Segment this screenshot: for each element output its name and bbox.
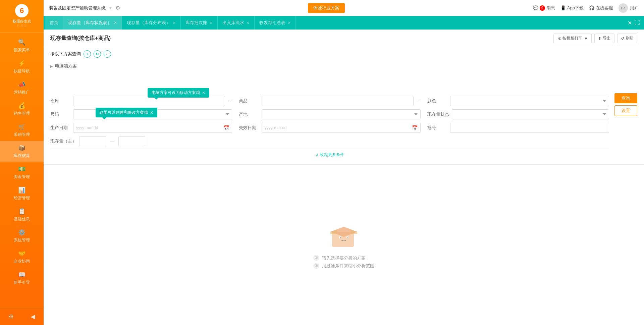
message-icon: 💬 bbox=[533, 5, 538, 10]
online-support-btn[interactable]: 🎧 在线客服 bbox=[589, 5, 613, 11]
chevron-right-icon: ▶ bbox=[50, 64, 53, 68]
sidebar-item-finance[interactable]: 💵 资金管理 bbox=[0, 162, 44, 183]
tab-close-flow[interactable]: ✕ bbox=[246, 20, 250, 25]
tab-home-label: 首页 bbox=[50, 20, 58, 26]
message-badge: 9 bbox=[540, 5, 545, 11]
origin-select[interactable] bbox=[262, 109, 421, 119]
refresh-label: 刷新 bbox=[626, 36, 634, 41]
collapse-sidebar-icon[interactable]: ◀ bbox=[29, 312, 37, 322]
page-actions: 🖨 按模板打印 ▼ ⬆ 导出 ↺ 刷新 bbox=[553, 34, 637, 43]
expire-date-input[interactable]: yyyy-mm-dd 📅 bbox=[262, 123, 421, 133]
sidebar-item-label: 资金管理 bbox=[14, 174, 30, 180]
product-dots[interactable]: ··· bbox=[416, 98, 421, 104]
tab-bar: 首页 现存量（库存状况表） ✕ 现存量（库存分布表） ✕ 库存批次账 ✕ 出入库… bbox=[44, 16, 644, 30]
tab-bar-right: ✕ ⛶ bbox=[628, 20, 643, 26]
page-content: 现存量查询(按仓库+商品) 🖨 按模板打印 ▼ ⬆ 导出 ↺ 刷新 bbox=[44, 30, 644, 325]
batch-input[interactable] bbox=[450, 123, 609, 133]
tab-maximize-icon[interactable]: ⛶ bbox=[635, 20, 640, 26]
sidebar-item-label: 基础信息 bbox=[14, 216, 30, 222]
logo-text: 畅通好生意 bbox=[13, 19, 31, 23]
tab-batch[interactable]: 库存批次账 ✕ bbox=[181, 16, 218, 30]
search-nav-icon: 🔍 bbox=[18, 39, 25, 46]
collapse-btn[interactable]: ∧ 收起更多条件 bbox=[50, 149, 609, 160]
sidebar-item-purchase[interactable]: 🛒 采购管理 bbox=[0, 120, 44, 141]
sidebar-item-system[interactable]: ⚙️ 系统管理 bbox=[0, 225, 44, 247]
tooltip-box-2: 这里可以创建和修改方案哦 ✕ bbox=[96, 108, 157, 117]
tooltip-close-1[interactable]: ✕ bbox=[202, 91, 205, 95]
empty-box-svg bbox=[327, 220, 361, 250]
sidebar-item-label: 销售管理 bbox=[14, 111, 30, 116]
warehouse-label: 仓库 bbox=[50, 98, 70, 104]
sidebar-item-quicknav[interactable]: ⚡ 快捷导航 bbox=[0, 56, 44, 77]
stock-status-field: 现存量状态 bbox=[427, 109, 609, 119]
sidebar-item-guide[interactable]: 📖 新手引导 bbox=[0, 268, 44, 289]
tooltip-box-1: 电脑方案可设为移动方案哦 ✕ bbox=[148, 88, 209, 98]
set-btn[interactable]: 设置 bbox=[614, 105, 637, 116]
tab-stock-dist-label: 现存量（库存分布表） bbox=[127, 20, 170, 26]
stock-main-to[interactable] bbox=[118, 136, 145, 146]
inventory-icon: 📦 bbox=[18, 144, 25, 152]
user-area[interactable]: Ea 用户 bbox=[619, 3, 639, 13]
print-btn[interactable]: 🖨 按模板打印 ▼ bbox=[553, 34, 592, 43]
tooltip-text-2: 这里可以创建和修改方案哦 bbox=[100, 110, 148, 115]
sidebar-item-basic-info[interactable]: 📋 基础信息 bbox=[0, 204, 44, 225]
query-btn[interactable]: 查询 bbox=[614, 93, 637, 103]
tab-batch-label: 库存批次账 bbox=[185, 20, 207, 26]
settings-bottom-icon[interactable]: ⚙ bbox=[7, 312, 15, 322]
top-header: 装备及固定资产辅助管理系统 ▼ ⚙ 体验行业方案 💬 9 消息 📱 App下载 … bbox=[44, 0, 644, 16]
add-scheme-btn[interactable]: + bbox=[84, 50, 91, 58]
main-area: 装备及固定资产辅助管理系统 ▼ ⚙ 体验行业方案 💬 9 消息 📱 App下载 … bbox=[44, 0, 644, 325]
stock-status-select[interactable] bbox=[452, 109, 609, 119]
tab-stock-dist[interactable]: 现存量（库存分布表） ✕ bbox=[122, 16, 181, 30]
industry-btn[interactable]: 体验行业方案 bbox=[308, 3, 345, 13]
message-btn[interactable]: 💬 9 消息 bbox=[533, 5, 555, 11]
product-input[interactable] bbox=[262, 96, 414, 106]
filter-row-3: 生产日期 yyyy-mm-dd 📅 失效日期 yyyy-mm-dd 📅 bbox=[50, 123, 609, 133]
tooltip-close-2[interactable]: ✕ bbox=[150, 110, 153, 115]
empty-illustration bbox=[327, 220, 361, 250]
stock-main-field: 现存量（主） — bbox=[50, 136, 235, 146]
settings-icon[interactable]: ⚙ bbox=[115, 5, 120, 11]
tab-summary[interactable]: 收发存汇总表 ✕ bbox=[255, 16, 296, 30]
quicknav-icon: ⚡ bbox=[18, 60, 25, 67]
color-select[interactable] bbox=[450, 96, 609, 106]
tab-close-batch[interactable]: ✕ bbox=[209, 20, 213, 25]
scheme-desktop-item[interactable]: ▶ 电脑端方案 bbox=[50, 62, 637, 70]
system-title: 装备及固定资产辅助管理系统 bbox=[49, 5, 106, 11]
refresh-scheme-btn[interactable]: ↻ bbox=[94, 50, 101, 58]
calendar-icon-1: 📅 bbox=[223, 125, 229, 130]
stock-main-from[interactable] bbox=[79, 136, 106, 146]
sidebar-item-inventory[interactable]: 📦 库存核算 bbox=[0, 141, 44, 162]
scheme-tree: ▶ 电脑端方案 bbox=[50, 62, 637, 73]
tab-close-stock-dist[interactable]: ✕ bbox=[172, 20, 176, 25]
operations-icon: 📊 bbox=[18, 186, 25, 194]
hint-item-2: ② 用过滤条件来缩小分析范围 bbox=[313, 262, 374, 270]
message-label: 消息 bbox=[546, 5, 555, 11]
back-scheme-btn[interactable]: ← bbox=[104, 50, 111, 58]
app-download-label: App下载 bbox=[567, 5, 584, 11]
svg-point-7 bbox=[347, 237, 348, 238]
filter-content: 仓库 ··· 商品 ··· 颜色 bbox=[50, 93, 637, 160]
sidebar-item-collab[interactable]: 🤝 企业协同 bbox=[0, 247, 44, 268]
sidebar-item-marketing[interactable]: 📣 营销推广 bbox=[0, 77, 44, 99]
refresh-btn[interactable]: ↺ 刷新 bbox=[617, 34, 637, 43]
warehouse-dots[interactable]: ··· bbox=[228, 98, 232, 104]
headset-icon: 🎧 bbox=[589, 5, 594, 10]
sidebar-item-sales[interactable]: 💰 销售管理 bbox=[0, 99, 44, 120]
tab-close-all-icon[interactable]: ✕ bbox=[628, 20, 632, 26]
app-download-btn[interactable]: 📱 App下载 bbox=[560, 5, 584, 11]
tab-flow[interactable]: 出入库流水 ✕ bbox=[218, 16, 255, 30]
prod-date-input[interactable]: yyyy-mm-dd 📅 bbox=[73, 123, 232, 133]
sidebar-item-search[interactable]: 🔍 搜索菜单 bbox=[0, 35, 44, 56]
collapse-label: 收起更多条件 bbox=[320, 152, 344, 158]
logo-icon: 6 bbox=[15, 4, 29, 17]
filter-row-4: 现存量（主） — bbox=[50, 136, 609, 146]
online-support-label: 在线客服 bbox=[596, 5, 613, 11]
tab-close-summary[interactable]: ✕ bbox=[287, 20, 291, 25]
tab-home[interactable]: 首页 bbox=[45, 16, 63, 30]
tab-stock-status[interactable]: 现存量（库存状况表） ✕ bbox=[63, 16, 122, 30]
empty-hints: ① 请先选择要分析的方案 ② 用过滤条件来缩小分析范围 bbox=[313, 254, 374, 270]
tab-close-stock-status[interactable]: ✕ bbox=[114, 20, 117, 25]
sidebar-item-operations[interactable]: 📊 经营管理 bbox=[0, 183, 44, 204]
export-btn[interactable]: ⬆ 导出 bbox=[594, 34, 614, 43]
